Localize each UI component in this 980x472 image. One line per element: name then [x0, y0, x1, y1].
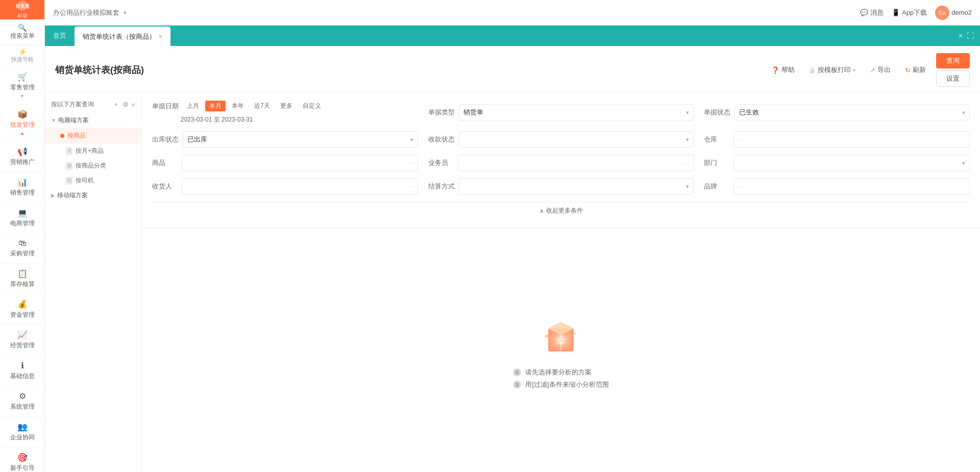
order-status-control[interactable]: 已生效 ▾ [734, 104, 970, 121]
svg-point-6 [558, 339, 560, 340]
goods-label: 商品 [152, 158, 178, 168]
retail-icon: 🛒 [17, 72, 28, 82]
sidebar-item-base[interactable]: ℹ 基础信息 [0, 356, 44, 386]
base-icon: ℹ [21, 361, 24, 370]
settings-btn[interactable]: 设置 [936, 70, 970, 87]
tab-report[interactable]: 销货单统计表（按商品） × [75, 27, 170, 47]
sidebar: 好生意 标版 🔍 搜索菜单 ⚡ 快捷导航 🛒 零售管理 ▼ 📦 批发管理 ▲ 📢… [0, 0, 45, 472]
purchase-label: 采购管理 [10, 249, 35, 258]
sidebar-item-inventory[interactable]: 📋 库存核算 [0, 264, 44, 294]
payment-field: 结算方式 ▾ [428, 178, 694, 195]
salesman-control[interactable]: ··· [458, 155, 694, 171]
tab-close-icon[interactable]: × [159, 33, 162, 40]
date-field: 单据日期 上月 本月 本年 近7天 更多 自定义 2023 [152, 101, 418, 124]
export-btn[interactable]: ↗ 导出 [866, 63, 895, 77]
query-btn[interactable]: 查询 [936, 53, 970, 68]
sidebar-item-collab[interactable]: 👥 企业协同 [0, 417, 44, 447]
page-body: 销货单统计表(按商品) ❓ 帮助 🖨 按模板打印 ▾ ↗ 导出 ↻ 刷新 [45, 46, 980, 472]
out-status-control[interactable]: 已出库 ▾ [183, 131, 418, 148]
quick-nav[interactable]: ⚡ 快捷导航 [0, 45, 44, 67]
sub-category-icon: 类 [65, 162, 72, 170]
receiver-more-icon[interactable]: ··· [408, 183, 413, 190]
order-status-field: 单据状态 已生效 ▾ [704, 104, 970, 121]
tab-home[interactable]: 首页 [45, 26, 75, 46]
brand-subtitle: 标版 [17, 12, 28, 19]
scheme-item-goods-label: 按商品 [67, 131, 86, 140]
date-label: 单据日期 [152, 102, 179, 111]
scheme-panel-title: 按以下方案查询 [51, 100, 94, 109]
receiver-control[interactable]: ··· [182, 178, 418, 195]
collapse-bar[interactable]: ∧ 收起更多条件 [152, 202, 970, 219]
export-icon: ↗ [870, 66, 875, 74]
scheme-sub-driver[interactable]: 司 按司机 [45, 173, 141, 188]
mobile-group-header[interactable]: ▶ 移动端方案 [45, 188, 141, 203]
warehouse-control[interactable]: ··· [733, 131, 970, 148]
payment-control[interactable]: ▾ [459, 178, 694, 195]
filter-row-3: 商品 ··· 业务员 ··· [152, 155, 970, 171]
scheme-item-goods[interactable]: 按商品 [45, 128, 141, 144]
help-btn[interactable]: ❓ 帮助 [767, 63, 799, 77]
user-menu[interactable]: Ea demo2 [935, 6, 972, 20]
sidebar-item-operation[interactable]: 📈 经营管理 [0, 325, 44, 356]
order-type-control[interactable]: 销货单 ▾ [459, 104, 694, 121]
tab-minimize-icon[interactable]: × [959, 32, 963, 40]
sidebar-item-guide[interactable]: 🎯 新手引导 [0, 447, 44, 472]
date-tab-custom[interactable]: 自定义 [299, 101, 325, 111]
sidebar-item-ecommerce[interactable]: 💻 电商管理 [0, 203, 44, 233]
sidebar-item-retail[interactable]: 🛒 零售管理 ▼ [0, 67, 44, 104]
app-title: 办公用品行业模拟账套 [53, 8, 119, 17]
retail-expand-icon: ▼ [20, 93, 24, 99]
dept-control[interactable]: ▾ [733, 155, 970, 171]
sidebar-item-purchase[interactable]: 🛍 采购管理 [0, 233, 44, 264]
date-tab-7days[interactable]: 近7天 [250, 101, 274, 111]
collect-status-control[interactable]: ▾ [459, 131, 694, 148]
sidebar-item-marketing[interactable]: 📢 营销推广 [0, 141, 44, 172]
scheme-sub-category[interactable]: 类 按商品分类 [45, 158, 141, 173]
order-status-label: 单据状态 [704, 108, 730, 117]
tab-bar: 首页 销货单统计表（按商品） × × ⛶ [45, 26, 980, 46]
receiver-field: 收货人 ··· [152, 178, 418, 195]
help-icon: ❓ [771, 66, 779, 74]
pc-group-header[interactable]: ▼ 电脑端方案 [45, 113, 141, 128]
config-scheme-icon[interactable]: ⚙ [122, 101, 129, 108]
sidebar-item-system[interactable]: ⚙ 系统管理 [0, 386, 44, 417]
message-btn[interactable]: 💬 消息 [860, 8, 884, 17]
salesman-more-icon[interactable]: ··· [684, 159, 689, 167]
filter-row-4: 收货人 ··· 结算方式 ▾ [152, 178, 970, 195]
operation-icon: 📈 [17, 330, 28, 340]
goods-control[interactable]: ··· [182, 155, 418, 171]
sidebar-item-sales[interactable]: 📊 销售管理 [0, 172, 44, 203]
dept-field: 部门 ▾ [704, 155, 970, 171]
refresh-btn[interactable]: ↻ 刷新 [901, 63, 930, 77]
sidebar-item-wholesale[interactable]: 📦 批发管理 ▲ [0, 104, 44, 141]
goods-more-icon[interactable]: ··· [408, 159, 413, 167]
search-menu[interactable]: 🔍 搜索菜单 [0, 19, 44, 45]
svg-point-7 [562, 339, 564, 340]
payment-dropdown-icon: ▾ [686, 183, 689, 190]
refresh-label: 刷新 [913, 65, 926, 75]
order-status-value: 已生效 [739, 108, 960, 117]
brand-control[interactable]: ··· [733, 178, 970, 195]
wholesale-expand-icon: ▲ [20, 131, 24, 136]
tip1-num: ① [513, 368, 521, 376]
collapse-scheme-icon[interactable]: « [132, 101, 135, 108]
scheme-sub-month-goods[interactable]: 月 按月+商品 [45, 144, 141, 158]
mobile-group-label: 移动端方案 [57, 191, 88, 200]
add-scheme-icon[interactable]: ＋ [113, 100, 119, 109]
date-tab-this-year[interactable]: 本年 [228, 101, 248, 111]
app-download-btn[interactable]: 📱 App下载 [892, 8, 927, 17]
sidebar-item-finance[interactable]: 💰 资金管理 [0, 294, 44, 325]
app-title-dropdown-icon[interactable]: ▾ [124, 9, 127, 16]
order-type-value: 销货单 [463, 108, 684, 117]
salesman-label: 业务员 [428, 158, 454, 168]
tip1-text: 请先选择要分析的方案 [525, 368, 592, 377]
tab-maximize-icon[interactable]: ⛶ [967, 32, 974, 40]
print-btn[interactable]: 🖨 按模板打印 ▾ [805, 63, 860, 77]
brand-label: 品牌 [704, 182, 729, 191]
date-tabs: 上月 本月 本年 近7天 更多 自定义 [183, 101, 325, 111]
quick-nav-label: 快捷导航 [4, 56, 40, 63]
scheme-panel: 按以下方案查询 ＋ ⚙ « ▼ 电脑端方案 按商品 [45, 92, 142, 472]
date-tab-more[interactable]: 更多 [276, 101, 297, 111]
date-tab-this-month[interactable]: 本月 [205, 101, 226, 111]
date-tab-last-month[interactable]: 上月 [183, 101, 203, 111]
